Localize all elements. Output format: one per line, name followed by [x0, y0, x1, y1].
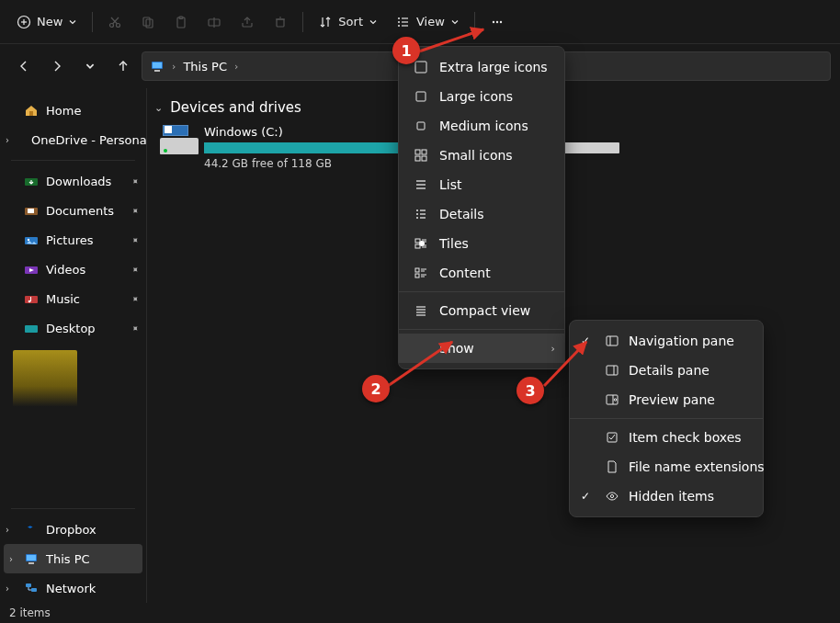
menu-item-navigation-pane[interactable]: ✓Navigation pane: [570, 326, 763, 356]
chevron-down-icon: [68, 15, 77, 29]
sort-button[interactable]: Sort: [311, 9, 385, 35]
copy-button[interactable]: [133, 9, 163, 35]
svg-rect-44: [25, 325, 38, 333]
svg-point-24: [493, 20, 494, 22]
desktop-folder-icon: [24, 321, 39, 335]
view-label: View: [416, 15, 445, 28]
chevron-right-icon[interactable]: ›: [6, 583, 9, 594]
large-icons-icon: [414, 89, 428, 104]
view-button[interactable]: View: [389, 9, 467, 35]
sidebar-item-label: Documents: [46, 204, 114, 218]
downloads-folder-icon: [24, 174, 39, 188]
svg-point-90: [614, 399, 616, 401]
sidebar-item-onedrive[interactable]: › OneDrive - Persona: [0, 125, 146, 154]
svg-rect-53: [416, 92, 426, 101]
drive-icon: [160, 125, 199, 154]
documents-folder-icon: [24, 203, 39, 218]
small-icons-icon: [414, 148, 428, 163]
cut-button[interactable]: [100, 9, 130, 35]
sidebar-item-desktop[interactable]: Desktop ✦: [0, 313, 146, 343]
menu-item-details-pane[interactable]: Details pane: [570, 356, 763, 385]
menu-item-hidden-items[interactable]: ✓Hidden items: [570, 481, 763, 511]
pin-icon: ✦: [129, 233, 142, 246]
menu-item-preview-pane[interactable]: Preview pane: [570, 385, 763, 414]
checkbox-icon: [605, 430, 619, 445]
svg-rect-55: [415, 150, 420, 154]
svg-rect-51: [31, 588, 37, 592]
svg-rect-50: [26, 583, 31, 587]
sidebar-item-this-pc[interactable]: › This PC: [4, 544, 142, 573]
new-label: New: [37, 15, 62, 28]
chevron-right-icon[interactable]: ›: [9, 554, 13, 564]
svg-marker-46: [28, 526, 33, 527]
preview-pane-icon: [605, 392, 619, 407]
list-icon: [414, 177, 428, 192]
sidebar-item-music[interactable]: Music ✦: [0, 284, 146, 313]
menu-item-compact-view[interactable]: Compact view: [399, 296, 564, 325]
svg-rect-30: [154, 70, 160, 72]
status-bar: 2 items: [0, 603, 840, 623]
sidebar-item-label: Downloads: [46, 175, 111, 188]
sidebar-item-dropbox[interactable]: › Dropbox: [0, 515, 146, 544]
share-button[interactable]: [233, 9, 262, 35]
menu-item-file-name-extensions[interactable]: File name extensions: [570, 452, 763, 481]
svg-rect-54: [417, 122, 425, 130]
sidebar-item-label: Dropbox: [46, 523, 96, 537]
view-menu: Extra large icons Large icons Medium ico…: [398, 46, 565, 369]
pictures-folder-icon: [24, 232, 39, 247]
chevron-down-icon[interactable]: ⌄: [154, 102, 163, 114]
up-button[interactable]: [108, 51, 138, 81]
pin-icon: ✦: [129, 292, 142, 305]
this-pc-icon: [24, 551, 39, 566]
svg-rect-49: [28, 562, 34, 564]
sidebar-item-home[interactable]: Home: [0, 96, 146, 125]
sidebar-thumbnail[interactable]: [13, 350, 77, 453]
tiles-icon: [414, 236, 428, 251]
rename-button[interactable]: [199, 9, 229, 35]
menu-item-tiles[interactable]: Tiles: [399, 229, 564, 258]
details-pane-icon: [605, 363, 619, 378]
sidebar-item-network[interactable]: › Network: [0, 573, 146, 603]
breadcrumb-chevron-icon[interactable]: ›: [234, 61, 238, 73]
chevron-right-icon[interactable]: ›: [6, 525, 9, 535]
svg-rect-52: [415, 62, 426, 73]
menu-item-details[interactable]: Details: [399, 199, 564, 229]
breadcrumb-this-pc[interactable]: This PC: [183, 60, 227, 74]
status-items-count: 2 items: [9, 606, 51, 619]
menu-item-item-check-boxes[interactable]: Item check boxes: [570, 423, 763, 452]
menu-item-large-icons[interactable]: Large icons: [399, 82, 564, 111]
annotation-badge-2: 2: [362, 375, 390, 402]
sidebar-item-downloads[interactable]: Downloads ✦: [0, 166, 146, 196]
menu-item-show[interactable]: Show›: [399, 334, 564, 363]
menu-item-medium-icons[interactable]: Medium icons: [399, 111, 564, 141]
medium-icons-icon: [414, 119, 428, 133]
menu-item-small-icons[interactable]: Small icons: [399, 141, 564, 170]
chevron-right-icon[interactable]: ›: [6, 135, 9, 145]
sidebar-item-videos[interactable]: Videos ✦: [0, 255, 146, 284]
content-icon: [414, 266, 428, 280]
back-button[interactable]: [9, 51, 39, 81]
recent-locations-button[interactable]: [75, 51, 105, 81]
menu-item-extra-large-icons[interactable]: Extra large icons: [399, 52, 564, 82]
delete-button[interactable]: [266, 9, 295, 35]
sidebar-item-documents[interactable]: Documents ✦: [0, 196, 146, 225]
sidebar-item-pictures[interactable]: Pictures ✦: [0, 225, 146, 255]
navigation-pane: Home › OneDrive - Persona Downloads ✦ Do…: [0, 88, 147, 603]
share-icon: [240, 15, 255, 29]
more-button[interactable]: [482, 9, 512, 35]
show-submenu: ✓Navigation pane Details pane Preview pa…: [569, 320, 764, 517]
breadcrumb-chevron-icon[interactable]: ›: [172, 61, 176, 73]
new-button[interactable]: New: [9, 9, 85, 35]
paste-button[interactable]: [166, 9, 196, 35]
check-icon: ✓: [581, 334, 596, 347]
menu-item-list[interactable]: List: [399, 170, 564, 199]
svg-point-92: [610, 494, 613, 497]
network-icon: [24, 581, 39, 595]
music-folder-icon: [24, 291, 39, 306]
annotation-badge-3: 3: [516, 377, 544, 404]
svg-rect-48: [27, 555, 36, 561]
sidebar-item-label: Music: [46, 292, 80, 306]
menu-item-content[interactable]: Content: [399, 258, 564, 288]
check-icon: ✓: [581, 490, 596, 503]
forward-button[interactable]: [42, 51, 72, 81]
